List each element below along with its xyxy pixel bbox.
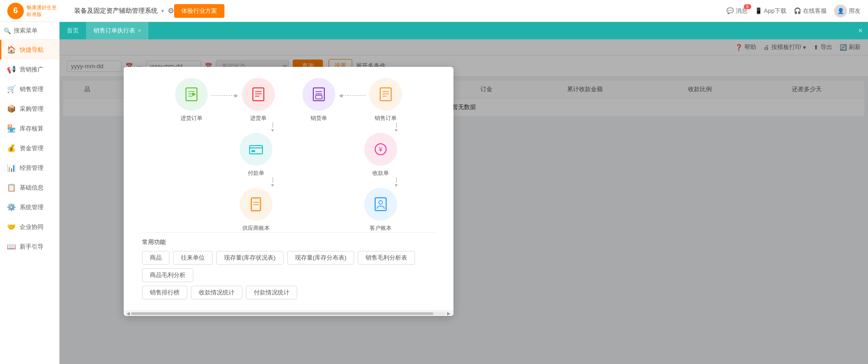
modal-scrollbar: ◀ ▶ [124, 310, 453, 316]
headset-icon: 🎧 [794, 7, 801, 14]
main-area: 🔍 搜索菜单 🏠 快捷导航 📢 营销推广 🛒 销售管理 📦 [0, 22, 868, 364]
system-dropdown-btn[interactable]: ▾ [161, 8, 164, 14]
sidebar-item-guide[interactable]: 📖 新手引导 [0, 237, 59, 256]
app-container: 6 畅康通好生意 标准版 装备及固定资产辅助管理系统 ▾ ⚙ 体验行业方案 💬 … [0, 0, 868, 364]
scrollbar-track [131, 312, 446, 315]
sidebar-item-cooperation[interactable]: 🤝 企业协同 [0, 217, 59, 237]
flow-supplier-ledger[interactable]: 供应商账本 [240, 188, 273, 232]
svg-point-27 [379, 201, 382, 204]
flow-sale-order[interactable]: 销售订单 [369, 78, 402, 122]
message-badge: 6 [744, 4, 751, 9]
svg-rect-19 [251, 150, 255, 152]
common-btn-sales-profit[interactable]: 销售毛利分析表 [358, 251, 415, 265]
svg-rect-12 [316, 95, 322, 99]
svg-rect-13 [380, 88, 391, 101]
gear-btn[interactable]: ⚙ [168, 6, 174, 15]
message-icon: 💬 [726, 7, 734, 14]
common-btn-payment-stats[interactable]: 付款情况统计 [246, 286, 297, 299]
search-icon: 🔍 [4, 27, 11, 34]
sidebar-item-purchase[interactable]: 📦 采购管理 [0, 99, 59, 119]
message-btn[interactable]: 💬 消息 6 [726, 7, 748, 15]
receipt-bill-icon: ¥ [364, 133, 397, 166]
common-functions-title: 常用功能 [142, 238, 435, 246]
operations-icon: 📊 [7, 163, 16, 172]
tab-bar: 首页 销售订单执行表 × × [60, 22, 868, 39]
sidebar-menu: 🏠 快捷导航 📢 营销推广 🛒 销售管理 📦 采购管理 🏪 库存核 [0, 40, 59, 364]
svg-rect-5 [253, 88, 264, 101]
scroll-right-btn[interactable]: ▶ [446, 311, 452, 316]
sales-icon: 🛒 [7, 85, 16, 93]
avatar: 👤 [834, 5, 847, 17]
common-btn-inventory-status[interactable]: 现存量(库存状况表) [216, 251, 284, 265]
scroll-left-btn[interactable]: ◀ [126, 311, 131, 316]
customer-ledger-icon [364, 188, 397, 221]
sidebar-item-sales[interactable]: 🛒 销售管理 [0, 79, 59, 99]
purchase-icon: 📦 [7, 104, 16, 113]
system-icon: ⚙️ [7, 203, 16, 212]
system-title: 装备及固定资产辅助管理系统 [74, 7, 158, 15]
common-btn-receipt-stats[interactable]: 收款情况统计 [191, 286, 242, 299]
tab-close-icon[interactable]: × [138, 27, 141, 34]
marketing-icon: 📢 [7, 65, 16, 74]
common-section: 常用功能 商品 往来单位 现存量(库存状况表) 现存量(库存分布表) 销售毛利分… [142, 232, 435, 303]
logo-text: 畅康通好生意 标准版 [27, 4, 57, 17]
flow-payment-bill[interactable]: 付款单 [240, 133, 273, 177]
purchase-order-label: 进货订单 [180, 114, 202, 122]
modal-body: 进货订单 ▶ [124, 67, 453, 310]
user-area[interactable]: 👤 用友 [834, 5, 861, 17]
purchase-bill-icon [242, 78, 275, 111]
inventory-icon: 🏪 [7, 124, 16, 133]
common-btn-goods-profit[interactable]: 商品毛利分析 [142, 268, 193, 282]
tab-home[interactable]: 首页 [60, 22, 86, 39]
flow-receipt-bill[interactable]: ¥ 收款单 [364, 133, 397, 177]
top-right: 💬 消息 6 📱 App下载 🎧 在线客服 👤 用友 [726, 5, 861, 17]
sidebar-item-basic[interactable]: 📋 基础信息 [0, 178, 59, 197]
common-btn-unit[interactable]: 往来单位 [173, 251, 213, 265]
logo-icon: 6 [7, 3, 24, 19]
payment-bill-icon [240, 133, 273, 166]
flow-modal: 进货订单 ▶ [124, 67, 453, 316]
tab-sales-order[interactable]: 销售订单执行表 × [86, 22, 148, 39]
sale-bill-label: 销货单 [311, 114, 327, 122]
common-buttons: 商品 往来单位 现存量(库存状况表) 现存量(库存分布表) 销售毛利分析表 商品… [142, 251, 435, 282]
sale-order-icon [369, 78, 402, 111]
flow-sale-bill[interactable]: 销货单 [302, 78, 335, 122]
online-service-btn[interactable]: 🎧 在线客服 [794, 7, 827, 15]
sidebar-search[interactable]: 🔍 搜索菜单 [0, 22, 59, 40]
payment-bill-label: 付款单 [248, 169, 264, 177]
app-download-icon: 📱 [755, 7, 762, 14]
sidebar-item-system[interactable]: ⚙️ 系统管理 [0, 197, 59, 217]
common-btn-goods[interactable]: 商品 [142, 251, 169, 265]
sidebar-item-operations[interactable]: 📊 经营管理 [0, 158, 59, 178]
common-btn-inventory-dist[interactable]: 现存量(库存分布表) [287, 251, 355, 265]
sidebar-item-finance[interactable]: 💰 资金管理 [0, 138, 59, 158]
svg-text:¥: ¥ [378, 146, 382, 153]
modal-overlay[interactable]: 进货订单 ▶ [60, 39, 868, 364]
logo-area: 6 畅康通好生意 标准版 [7, 3, 67, 19]
svg-rect-17 [250, 146, 262, 154]
content-area: 首页 销售订单执行表 × × ❓ 帮助 [60, 22, 868, 364]
sidebar: 🔍 搜索菜单 🏠 快捷导航 📢 营销推广 🛒 销售管理 📦 [0, 22, 60, 364]
common-btn-sales-rank[interactable]: 销售排行榜 [142, 286, 187, 299]
guide-icon: 📖 [7, 242, 16, 251]
sale-bill-icon [302, 78, 335, 111]
common-buttons-row2: 销售排行榜 收款情况统计 付款情况统计 [142, 286, 435, 299]
svg-rect-22 [251, 198, 261, 211]
flow-purchase-bill[interactable]: 进货单 [242, 78, 275, 122]
app-download-btn[interactable]: 📱 App下载 [755, 7, 786, 15]
flow-purchase-order[interactable]: 进货订单 [175, 78, 208, 122]
close-all-btn[interactable]: × [858, 27, 863, 35]
scrollbar-thumb[interactable] [131, 312, 433, 315]
sidebar-item-marketing[interactable]: 📢 营销推广 [0, 60, 59, 79]
supplier-ledger-label: 供应商账本 [242, 224, 270, 232]
flow-customer-ledger[interactable]: 客户账本 [364, 188, 397, 232]
cooperation-icon: 🤝 [7, 223, 16, 231]
purchase-bill-label: 进货单 [250, 114, 267, 122]
purchase-order-icon [175, 78, 208, 111]
basic-icon: 📋 [7, 183, 16, 192]
home-icon: 🏠 [7, 45, 16, 54]
experience-btn[interactable]: 体验行业方案 [174, 4, 224, 18]
page-content: ❓ 帮助 🖨 按模板打印 ▾ ⬆ 导出 🔄 [60, 39, 868, 364]
sidebar-item-quick-nav[interactable]: 🏠 快捷导航 [0, 40, 59, 60]
sidebar-item-inventory[interactable]: 🏪 库存核算 [0, 119, 59, 138]
